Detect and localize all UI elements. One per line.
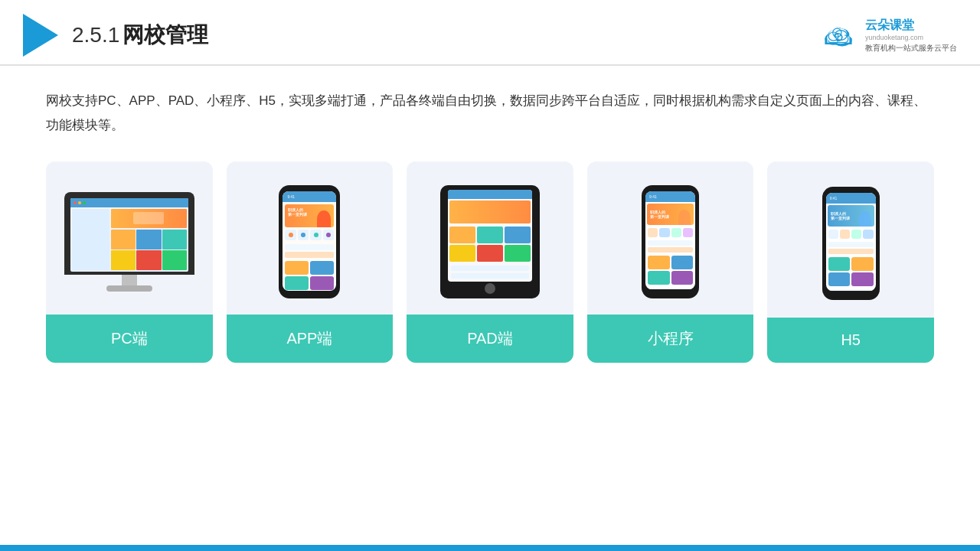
phone-mockup: 9:41 职涯人的第一堂判课 bbox=[279, 185, 340, 298]
mini-phone-mockup-1: 9:41 职涯人的第一堂判课 bbox=[642, 185, 699, 298]
description-text: 网校支持PC、APP、PAD、小程序、H5，实现多端打通，产品各终端自由切换，数… bbox=[46, 89, 934, 139]
card-h5: 9:41 职涯人的第一堂判课 bbox=[767, 161, 934, 363]
card-pad-image bbox=[407, 161, 573, 315]
brand-logo: 云朵课堂 yunduoketang.com 教育机构一站式服务云平台 bbox=[819, 18, 957, 52]
page-title: 2.5.1网校管理 bbox=[72, 21, 208, 50]
card-pc-label: PC端 bbox=[46, 315, 213, 363]
brand-url: yunduoketang.com bbox=[865, 34, 957, 43]
tablet-mockup bbox=[440, 185, 540, 298]
header: 2.5.1网校管理 bbox=[0, 0, 980, 66]
brand-name: 云朵课堂 bbox=[865, 18, 957, 34]
card-h5-image: 9:41 职涯人的第一堂判课 bbox=[767, 161, 934, 318]
cloud-icon bbox=[819, 23, 858, 47]
bottom-bar bbox=[0, 545, 980, 551]
mini-phone-mockup-2: 9:41 职涯人的第一堂判课 bbox=[822, 187, 880, 300]
monitor-mockup bbox=[64, 192, 194, 292]
brand-text-block: 云朵课堂 yunduoketang.com 教育机构一站式服务云平台 bbox=[865, 18, 957, 52]
card-h5-label: H5 bbox=[767, 318, 934, 363]
section-number: 2.5.1 bbox=[72, 23, 119, 47]
card-miniprogram-label: 小程序 bbox=[587, 315, 754, 363]
card-pc-image bbox=[46, 161, 213, 315]
card-miniprogram-image: 9:41 职涯人的第一堂判课 bbox=[587, 161, 754, 315]
card-pad-label: PAD端 bbox=[407, 315, 573, 363]
main-content: 网校支持PC、APP、PAD、小程序、H5，实现多端打通，产品各终端自由切换，数… bbox=[0, 66, 980, 378]
card-app-image: 9:41 职涯人的第一堂判课 bbox=[227, 161, 394, 315]
card-app-label: APP端 bbox=[227, 315, 394, 363]
logo-icon bbox=[23, 14, 58, 57]
platform-cards-row: PC端 9:41 职涯人的第一堂判课 bbox=[46, 161, 934, 363]
card-pc: PC端 bbox=[46, 161, 213, 363]
card-app: 9:41 职涯人的第一堂判课 bbox=[227, 161, 394, 363]
card-miniprogram: 9:41 职涯人的第一堂判课 bbox=[587, 161, 754, 363]
header-left: 2.5.1网校管理 bbox=[23, 14, 208, 57]
card-pad: PAD端 bbox=[407, 161, 573, 363]
brand-slogan: 教育机构一站式服务云平台 bbox=[865, 43, 957, 53]
